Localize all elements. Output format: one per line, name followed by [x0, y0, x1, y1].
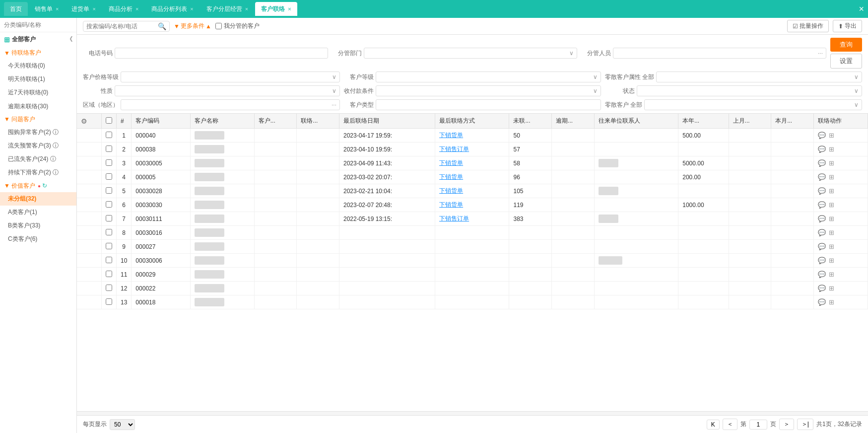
batch-ops-button[interactable]: ☑ 批量操作: [787, 20, 829, 32]
sidebar-item-churn-warning[interactable]: 流失预警客户(3) ⓘ: [0, 139, 76, 152]
row-checkbox[interactable]: [106, 298, 112, 305]
chat-icon[interactable]: 💬: [818, 271, 826, 278]
grid-action-icon[interactable]: ⊞: [829, 201, 834, 209]
sidebar-item-today[interactable]: 今天待联络(0): [0, 59, 76, 72]
row-checkbox[interactable]: [106, 132, 112, 138]
grid-action-icon[interactable]: ⊞: [829, 298, 834, 306]
next-page-button[interactable]: ＞: [779, 419, 794, 430]
customer-type-input[interactable]: [376, 99, 601, 110]
chat-icon[interactable]: 💬: [818, 229, 826, 236]
settings-gear-icon[interactable]: ⚙: [81, 117, 87, 125]
close-all-button[interactable]: ×: [859, 4, 864, 14]
sidebar-item-overdue[interactable]: 逾期未联络(30): [0, 100, 76, 113]
select-all-checkbox[interactable]: [106, 117, 112, 124]
grid-action-icon[interactable]: ⊞: [829, 145, 834, 153]
customer-grade-dropdown[interactable]: ∨: [376, 72, 601, 82]
tab-customer-segment[interactable]: 客户分层经营 ×: [200, 2, 254, 16]
grid-action-icon[interactable]: ⊞: [829, 285, 834, 292]
grid-action-icon[interactable]: ⊞: [829, 187, 834, 195]
sidebar-collapse-btn[interactable]: 《: [67, 35, 72, 44]
export-button[interactable]: ⬆ 导出: [833, 20, 862, 32]
horizontal-scrollbar[interactable]: [77, 411, 868, 415]
sidebar-item-abnormal[interactable]: 囤购异常客户(2) ⓘ: [0, 126, 76, 139]
grid-action-icon[interactable]: ⊞: [829, 243, 834, 250]
last-page-button[interactable]: ＞|: [797, 419, 813, 430]
last-method-link[interactable]: 下销售订单: [439, 215, 469, 222]
tab-purchase-close[interactable]: ×: [92, 6, 95, 12]
person-dropdown[interactable]: ···: [613, 48, 826, 59]
last-method-link[interactable]: 下销货单: [439, 159, 463, 166]
sidebar-item-7days[interactable]: 近7天待联络(0): [0, 86, 76, 99]
row-checkbox[interactable]: [106, 215, 112, 221]
tab-sales[interactable]: 销售单 ×: [29, 2, 65, 16]
row-checkbox[interactable]: [106, 159, 112, 166]
region-dropdown[interactable]: ···: [121, 99, 340, 110]
sidebar-item-tomorrow[interactable]: 明天待联络(1): [0, 72, 76, 86]
value-group-title[interactable]: ▼ 价值客户 ● ↻: [0, 180, 76, 192]
query-button[interactable]: 查询: [830, 38, 862, 52]
grid-action-icon[interactable]: ⊞: [829, 173, 834, 181]
per-page-select[interactable]: 50 100 200: [110, 419, 135, 430]
chat-icon[interactable]: 💬: [818, 243, 826, 250]
tab-product-analysis-list[interactable]: 商品分析列表 ×: [145, 2, 199, 16]
filter-search-icon[interactable]: 🔍: [158, 22, 166, 30]
sidebar-item-c-class[interactable]: C类客户(6): [0, 232, 76, 246]
sidebar-item-ungroup[interactable]: 未分组(32): [0, 192, 76, 206]
chat-icon[interactable]: 💬: [818, 145, 826, 153]
row-checkbox[interactable]: [106, 271, 112, 277]
page-input[interactable]: [749, 420, 767, 430]
grid-action-icon[interactable]: ⊞: [829, 132, 834, 139]
chat-icon[interactable]: 💬: [818, 132, 826, 139]
refresh-icon[interactable]: ↻: [42, 182, 47, 189]
chat-icon[interactable]: 💬: [818, 173, 826, 181]
chat-icon[interactable]: 💬: [818, 187, 826, 195]
tab-product-analysis-list-close[interactable]: ×: [190, 6, 193, 12]
sidebar-item-churned[interactable]: 已流失客户(24) ⓘ: [0, 152, 76, 166]
row-checkbox[interactable]: [106, 229, 112, 235]
tab-product-analysis-close[interactable]: ×: [135, 6, 138, 12]
tab-customer-contact-close[interactable]: ×: [288, 6, 291, 12]
tab-customer-contact[interactable]: 客户联络 ×: [255, 2, 297, 16]
last-method-link[interactable]: 下销售订单: [439, 145, 469, 152]
row-checkbox[interactable]: [106, 145, 112, 152]
last-method-link[interactable]: 下销货单: [439, 187, 463, 194]
row-checkbox[interactable]: [106, 257, 112, 263]
last-method-link[interactable]: 下销货单: [439, 132, 463, 139]
row-checkbox[interactable]: [106, 187, 112, 194]
filter-search-input[interactable]: [86, 23, 156, 30]
chat-icon[interactable]: 💬: [818, 159, 826, 167]
grid-action-icon[interactable]: ⊞: [829, 159, 834, 167]
col-settings[interactable]: ⚙: [77, 114, 102, 129]
prev-page-button[interactable]: ＜: [723, 419, 737, 430]
all-customers-title[interactable]: ⊞ 全部客户 《: [0, 32, 76, 47]
grid-action-icon[interactable]: ⊞: [829, 271, 834, 278]
sidebar-search-input[interactable]: [4, 21, 77, 28]
chat-icon[interactable]: 💬: [818, 201, 826, 209]
row-checkbox[interactable]: [106, 243, 112, 249]
row-checkbox[interactable]: [106, 173, 112, 180]
grid-action-icon[interactable]: ⊞: [829, 229, 834, 236]
chat-icon[interactable]: 💬: [818, 285, 826, 292]
sidebar-item-a-class[interactable]: A类客户(1): [0, 206, 76, 219]
chat-icon[interactable]: 💬: [818, 298, 826, 306]
tab-home[interactable]: 首页: [4, 2, 28, 16]
tab-product-analysis[interactable]: 商品分析 ×: [103, 2, 144, 16]
price-grade-dropdown[interactable]: ∨: [121, 72, 340, 82]
sidebar-item-b-class[interactable]: B类客户(33): [0, 219, 76, 232]
first-page-button[interactable]: K: [707, 420, 720, 430]
payment-dropdown[interactable]: ∨: [376, 85, 601, 96]
tab-sales-close[interactable]: ×: [56, 6, 59, 12]
dept-dropdown[interactable]: ∨: [364, 48, 577, 59]
reset-button[interactable]: 设置: [830, 54, 862, 69]
row-checkbox[interactable]: [106, 285, 112, 291]
chat-icon[interactable]: 💬: [818, 215, 826, 222]
grid-action-icon[interactable]: ⊞: [829, 215, 834, 222]
tab-purchase[interactable]: 进货单 ×: [66, 2, 101, 16]
chat-icon[interactable]: 💬: [818, 257, 826, 264]
row-checkbox[interactable]: [106, 201, 112, 208]
pending-group-title[interactable]: ▼ 待联络客户: [0, 47, 76, 59]
more-conditions-button[interactable]: ▼ 更多条件 ▲: [174, 22, 211, 30]
scatter-customer-dropdown[interactable]: ∨: [644, 99, 862, 110]
my-customers-checkbox[interactable]: [215, 23, 222, 29]
scatter-attr-dropdown[interactable]: ∨: [656, 72, 862, 82]
